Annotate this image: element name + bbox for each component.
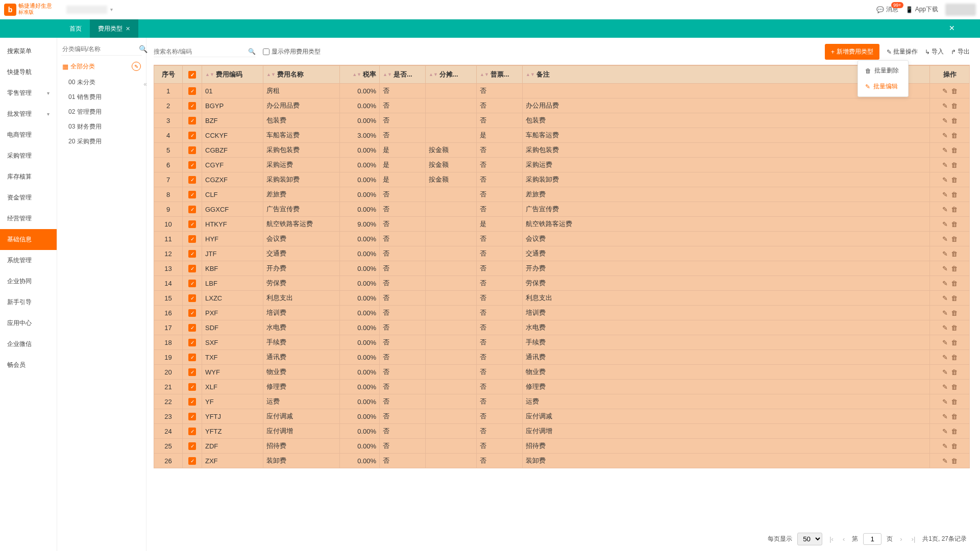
col-select-all[interactable]: ✓ [183, 66, 202, 84]
prev-page-button[interactable]: ‹ [841, 535, 847, 543]
cell-checkbox[interactable]: ✓ [183, 246, 202, 261]
edit-icon[interactable]: ✎ [942, 191, 948, 198]
edit-icon[interactable]: ✎ [942, 220, 948, 228]
table-row[interactable]: 9✓GGXCF广告宣传费0.00%否否广告宣传费✎🗑 [154, 202, 970, 217]
export-button[interactable]: ↱ 导出 [951, 47, 970, 56]
cell-checkbox[interactable]: ✓ [183, 394, 202, 409]
checkbox-icon[interactable]: ✓ [188, 87, 196, 95]
edit-icon[interactable]: ✎ [942, 339, 948, 346]
table-row[interactable]: 18✓SXF手续费0.00%否否手续费✎🗑 [154, 335, 970, 350]
category-search-input[interactable] [62, 45, 139, 53]
sidebar-item[interactable]: 快捷导航 [0, 62, 57, 83]
next-page-button[interactable]: › [898, 535, 904, 543]
col-code[interactable]: ▲▼费用编码 [202, 66, 263, 84]
org-dropdown[interactable]: ▾ [62, 4, 117, 16]
checkbox-icon[interactable]: ✓ [188, 354, 196, 361]
table-row[interactable]: 23✓YFTJ应付调减0.00%否否应付调减✎🗑 [154, 409, 970, 424]
checkbox-icon[interactable]: ✓ [188, 220, 196, 228]
col-bool2[interactable]: ▲▼普票... [477, 66, 523, 84]
checkbox-icon[interactable]: ✓ [188, 398, 196, 406]
category-all[interactable]: ▦ 全部分类 ✎ [62, 62, 141, 71]
expand-icon[interactable]: ⛶ [962, 21, 975, 35]
trash-icon[interactable]: 🗑 [951, 294, 958, 302]
edit-icon[interactable]: ✎ [942, 442, 948, 450]
table-row[interactable]: 14✓LBF劳保费0.00%否否劳保费✎🗑 [154, 276, 970, 291]
first-page-button[interactable]: |‹ [827, 535, 836, 543]
cell-checkbox[interactable]: ✓ [183, 424, 202, 439]
cell-checkbox[interactable]: ✓ [183, 187, 202, 202]
cell-checkbox[interactable]: ✓ [183, 84, 202, 98]
table-row[interactable]: 26✓ZXF装卸费0.00%否否装卸费✎🗑 [154, 454, 970, 468]
checkbox-icon[interactable]: ✓ [188, 324, 196, 332]
category-item[interactable]: 03 财务费用 [66, 119, 142, 134]
tab-home[interactable]: 首页 [61, 19, 90, 38]
category-item[interactable]: 20 采购费用 [66, 134, 142, 149]
category-search[interactable]: 🔍 [61, 43, 142, 56]
edit-icon[interactable]: ✎ [942, 102, 948, 110]
edit-icon[interactable]: ✎ [942, 117, 948, 124]
per-page-select[interactable]: 50 [797, 533, 822, 545]
sidebar-item[interactable]: 企业协同 [0, 271, 57, 292]
cell-checkbox[interactable]: ✓ [183, 365, 202, 380]
checkbox-icon[interactable]: ✓ [188, 280, 196, 287]
sidebar-item[interactable]: 电商管理 [0, 124, 57, 145]
table-row[interactable]: 15✓LXZC利息支出0.00%否否利息支出✎🗑 [154, 291, 970, 306]
trash-icon[interactable]: 🗑 [951, 176, 958, 184]
col-index[interactable]: 序号 [154, 66, 183, 84]
sidebar-item[interactable]: 基础信息 [0, 229, 57, 250]
edit-icon[interactable]: ✎ [942, 250, 948, 258]
sidebar-item[interactable]: 畅会员 [0, 355, 57, 375]
checkbox-icon[interactable]: ✓ [188, 383, 196, 391]
trash-icon[interactable]: 🗑 [951, 117, 958, 124]
checkbox-icon[interactable]: ✓ [188, 428, 196, 435]
sidebar-item[interactable]: 企业微信 [0, 334, 57, 355]
trash-icon[interactable]: 🗑 [951, 235, 958, 243]
close-icon[interactable]: ✕ [126, 26, 130, 32]
cell-checkbox[interactable]: ✓ [183, 454, 202, 468]
cell-checkbox[interactable]: ✓ [183, 350, 202, 365]
page-input[interactable] [863, 533, 881, 545]
cell-checkbox[interactable]: ✓ [183, 98, 202, 113]
col-bool1[interactable]: ▲▼是否... [380, 66, 426, 84]
show-disabled-checkbox[interactable]: 显示停用费用类型 [263, 47, 321, 56]
cell-checkbox[interactable]: ✓ [183, 217, 202, 232]
cell-checkbox[interactable]: ✓ [183, 172, 202, 187]
new-fee-type-button[interactable]: + 新增费用类型 [825, 44, 879, 60]
table-search-input[interactable] [154, 48, 248, 55]
trash-icon[interactable]: 🗑 [951, 457, 958, 465]
table-row[interactable]: 12✓JTF交通费0.00%否否交通费✎🗑 [154, 246, 970, 261]
table-row[interactable]: 7✓CGZXF采购装卸费0.00%是按金额否采购装卸费✎🗑 [154, 172, 970, 187]
edit-icon[interactable]: ✎ [942, 413, 948, 420]
table-row[interactable]: 11✓HYF会议费0.00%否否会议费✎🗑 [154, 232, 970, 246]
import-button[interactable]: ↳ 导入 [925, 47, 944, 56]
table-row[interactable]: 24✓YFTZ应付调增0.00%否否应付调增✎🗑 [154, 424, 970, 439]
edit-icon[interactable]: ✎ [942, 176, 948, 184]
batch-ops-button[interactable]: ✎ 批量操作 [887, 47, 918, 56]
edit-icon[interactable]: ✎ [942, 132, 948, 139]
sidebar-item[interactable]: 搜索菜单 [0, 41, 57, 62]
trash-icon[interactable]: 🗑 [951, 220, 958, 228]
checkbox-icon[interactable]: ✓ [188, 250, 196, 258]
col-name[interactable]: ▲▼费用名称 [263, 66, 340, 84]
category-item[interactable]: 01 销售费用 [66, 90, 142, 105]
sidebar-item[interactable]: 批发管理▾ [0, 104, 57, 124]
trash-icon[interactable]: 🗑 [951, 339, 958, 346]
checkbox-icon[interactable]: ✓ [188, 191, 196, 198]
batch-delete-item[interactable]: 🗑 批量删除 [858, 63, 908, 79]
checkbox-icon[interactable]: ✓ [188, 309, 196, 317]
cell-checkbox[interactable]: ✓ [183, 158, 202, 172]
checkbox-icon[interactable]: ✓ [188, 206, 196, 213]
edit-icon[interactable]: ✎ [942, 235, 948, 243]
cell-checkbox[interactable]: ✓ [183, 291, 202, 306]
sidebar-item[interactable]: 系统管理 [0, 250, 57, 271]
cell-checkbox[interactable]: ✓ [183, 409, 202, 424]
table-search[interactable]: 🔍 [154, 46, 256, 57]
checkbox-icon[interactable]: ✓ [188, 102, 196, 110]
table-row[interactable]: 13✓KBF开办费0.00%否否开办费✎🗑 [154, 261, 970, 276]
edit-icon[interactable]: ✎ [942, 146, 948, 154]
trash-icon[interactable]: 🗑 [951, 398, 958, 406]
trash-icon[interactable]: 🗑 [951, 442, 958, 450]
trash-icon[interactable]: 🗑 [951, 383, 958, 391]
table-row[interactable]: 16✓PXF培训费0.00%否否培训费✎🗑 [154, 306, 970, 320]
cell-checkbox[interactable]: ✓ [183, 113, 202, 128]
